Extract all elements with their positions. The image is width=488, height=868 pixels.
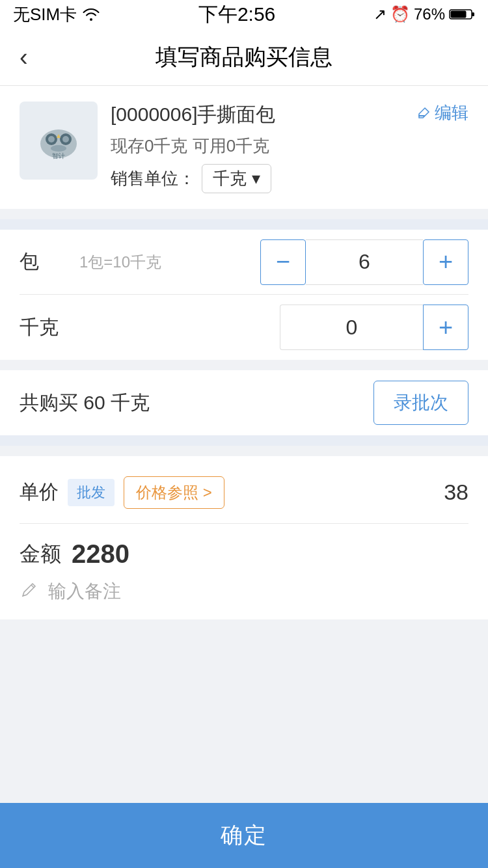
unit-label: 销售单位： [111,167,195,190]
edit-icon [416,106,431,120]
back-button[interactable]: ‹ [20,45,28,70]
total-section: 共购买 60 千克 录批次 [0,370,488,435]
amount-row: 金额 2280 [20,539,468,569]
svg-point-6 [48,136,55,142]
bag-label: 包 [20,249,72,275]
confirm-button[interactable]: 确定 [0,803,488,868]
product-unit-row: 销售单位： 千克 ▾ [111,164,468,193]
kg-input[interactable] [280,305,423,350]
svg-point-8 [51,145,66,152]
bag-minus-button[interactable]: − [260,239,306,285]
battery-icon [449,8,475,21]
status-right: ↗ ⏰ 76% [373,5,475,23]
price-type-tag: 批发 [68,479,115,506]
svg-text:智计: 智计 [52,152,65,159]
total-label: 共购买 60 千克 [20,390,150,416]
separator-1 [0,219,488,230]
status-time: 下午2:56 [198,1,275,28]
carrier-text: 无SIM卡 [13,3,77,26]
pencil-icon [20,582,39,601]
battery-text: 76% [414,5,445,23]
kg-controls: + [280,305,468,350]
product-name: [0000006]手撕面包 [111,102,275,128]
bag-input-row: 包 1包=10千克 − + [20,230,468,295]
svg-point-7 [62,136,69,142]
remark-row[interactable]: 输入备注 [20,579,468,604]
kg-label: 千克 [20,314,72,341]
location-icon: ↗ [373,5,386,23]
svg-rect-2 [450,11,466,18]
price-label: 单价 [20,479,59,506]
input-section: 包 1包=10千克 − + 千克 + [0,230,488,360]
nav-bar: ‹ 填写商品购买信息 [0,29,488,86]
product-card: 智计 [0000006]手撕面包 编辑 现存0千克 可用0千克 销售单位： 千克… [0,86,488,209]
page-title: 填写商品购买信息 [156,42,332,72]
bottom-space [0,619,488,815]
price-section: 单价 批发 价格参照 > 38 [0,456,488,524]
status-bar: 无SIM卡 下午2:56 ↗ ⏰ 76% [0,0,488,29]
wifi-icon [82,8,100,21]
product-logo: 智计 [36,121,81,160]
batch-button[interactable]: 录批次 [373,381,468,425]
remark-placeholder: 输入备注 [48,579,121,604]
edit-button[interactable]: 编辑 [416,102,468,124]
unit-select[interactable]: 千克 ▾ [202,164,271,193]
separator-2 [0,435,488,446]
product-stock: 现存0千克 可用0千克 [111,135,468,157]
unit-value: 千克 [213,167,247,190]
dropdown-icon: ▾ [252,169,260,189]
alarm-icon: ⏰ [390,5,410,23]
status-left: 无SIM卡 [13,3,100,26]
price-value: 38 [444,480,468,505]
amount-value: 2280 [72,539,129,569]
product-thumbnail: 智计 [20,102,98,180]
bag-controls: − + [260,239,468,285]
bag-plus-button[interactable]: + [423,239,468,285]
bag-hint: 1包=10千克 [79,252,161,273]
price-row: 单价 批发 价格参照 > 38 [20,472,468,524]
kg-input-row: 千克 + [20,295,468,360]
bag-input[interactable] [306,239,423,285]
product-info: [0000006]手撕面包 编辑 现存0千克 可用0千克 销售单位： 千克 ▾ [111,102,468,193]
amount-label: 金额 [20,540,61,569]
amount-section: 金额 2280 输入备注 [0,524,488,619]
svg-rect-1 [472,12,474,16]
price-ref-button[interactable]: 价格参照 > [124,476,224,509]
kg-plus-button[interactable]: + [423,305,468,350]
